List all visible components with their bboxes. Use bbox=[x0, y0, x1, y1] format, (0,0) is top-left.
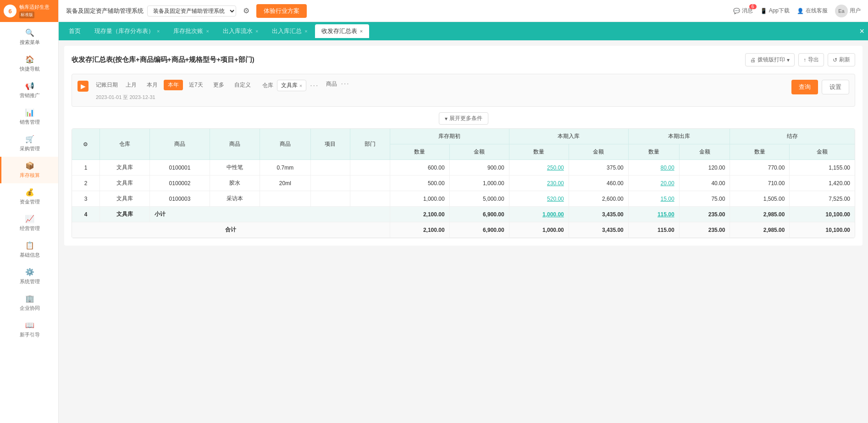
th-in-qty: 数量 bbox=[509, 144, 569, 160]
filter-bar: ▶ 记账日期 上月 本月 本年 近7天 更多 自定义 bbox=[72, 74, 855, 107]
filter-toggle[interactable]: ▶ bbox=[77, 81, 88, 92]
filter-warehouse-section: 仓库 文具库 × ··· bbox=[262, 80, 319, 91]
total-in-amt: 3,435.00 bbox=[569, 222, 628, 238]
sidebar-item-enterprise[interactable]: 🏢 企业协同 bbox=[0, 290, 58, 316]
goods-more-btn[interactable]: ··· bbox=[341, 80, 349, 88]
th-opening-amt: 金额 bbox=[449, 144, 509, 160]
sidebar-item-guide[interactable]: 📖 新手引导 bbox=[0, 316, 58, 343]
service-icon: 👤 bbox=[797, 8, 804, 14]
subtotal-in-amt: 3,435.00 bbox=[569, 207, 628, 222]
settings-button[interactable]: 设置 bbox=[822, 80, 849, 94]
subtotal-out-qty[interactable]: 115.00 bbox=[628, 207, 679, 222]
sidebar-item-label: 快捷导航 bbox=[20, 66, 40, 72]
subtotal-row: 4 文具库 小计 2,100.00 6,900.00 1,000.00 3,43… bbox=[72, 207, 855, 222]
row-dept bbox=[350, 160, 390, 176]
tab-stock-summary-label: 收发存汇总表 bbox=[321, 27, 357, 35]
row-goods-name: 采访本 bbox=[210, 191, 260, 207]
user-menu[interactable]: Ea 用户 bbox=[835, 5, 861, 17]
sidebar-item-finance[interactable]: 💰 资金管理 bbox=[0, 183, 58, 210]
row-index: 2 bbox=[72, 176, 100, 191]
sidebar-item-search[interactable]: 🔍 搜索菜单 bbox=[0, 24, 58, 50]
logo-icon: 6 bbox=[4, 5, 17, 17]
tab-stock-summary[interactable]: 收发存汇总表 × bbox=[315, 24, 369, 38]
row-balance-amt: 1,420.00 bbox=[790, 176, 855, 191]
sidebar-item-base[interactable]: 📋 基础信息 bbox=[0, 236, 58, 263]
tab-batch-ledger[interactable]: 库存批次账 × bbox=[167, 24, 215, 38]
warehouse-filter-label: 仓库 bbox=[262, 82, 273, 89]
row-out-qty[interactable]: 80.00 bbox=[628, 160, 679, 176]
total-label: 合计 bbox=[72, 222, 390, 238]
trial-button[interactable]: 体验行业方案 bbox=[256, 4, 307, 18]
sidebar-item-inventory[interactable]: 📦 库存核算 bbox=[0, 157, 58, 183]
tab-batch-ledger-close[interactable]: × bbox=[206, 28, 209, 34]
warehouse-tag-close[interactable]: × bbox=[299, 83, 302, 88]
sidebar-item-quicknav[interactable]: 🏠 快捷导航 bbox=[0, 50, 58, 77]
base-icon: 📋 bbox=[25, 241, 34, 250]
date-option-7days[interactable]: 近7天 bbox=[185, 80, 207, 90]
sidebar-item-marketing[interactable]: 📢 营销推广 bbox=[0, 77, 58, 104]
row-out-qty[interactable]: 20.00 bbox=[628, 176, 679, 191]
tab-stock-summary-close[interactable]: × bbox=[360, 28, 363, 34]
sidebar-item-sales[interactable]: 📊 销售管理 bbox=[0, 104, 58, 130]
export-button[interactable]: ↑ 导出 bbox=[798, 53, 824, 66]
app-tag: 标准版 bbox=[19, 11, 34, 18]
th-gear[interactable]: ⚙ bbox=[72, 129, 100, 160]
tab-io-flow-close[interactable]: × bbox=[255, 28, 258, 34]
subtotal-balance-amt: 10,100.00 bbox=[790, 207, 855, 222]
row-goods-name: 中性笔 bbox=[210, 160, 260, 176]
topbar-left: 装备及固定资产辅助管理系统 装备及固定资产辅助管理系统 ⚙ 体验行业方案 bbox=[66, 4, 307, 18]
total-balance-qty: 2,985.00 bbox=[730, 222, 790, 238]
system-select[interactable]: 装备及固定资产辅助管理系统 bbox=[147, 5, 236, 16]
row-opening-amt: 1,000.00 bbox=[449, 176, 509, 191]
print-chevron: ▾ bbox=[787, 57, 790, 63]
sidebar-item-operations[interactable]: 📈 经营管理 bbox=[0, 210, 58, 236]
sidebar-item-label: 营销推广 bbox=[20, 92, 40, 99]
row-warehouse: 文具库 bbox=[100, 160, 149, 176]
print-button[interactable]: 🖨 拨镜版打印 ▾ bbox=[745, 53, 795, 66]
query-button[interactable]: 查询 bbox=[791, 80, 818, 94]
date-option-more[interactable]: 更多 bbox=[209, 80, 228, 90]
gear-button[interactable]: ⚙ bbox=[240, 5, 253, 17]
row-warehouse: 文具库 bbox=[100, 191, 149, 207]
tab-io-summary-close[interactable]: × bbox=[304, 28, 307, 34]
subtotal-index: 4 bbox=[72, 207, 100, 222]
date-option-this-year[interactable]: 本年 bbox=[164, 80, 183, 90]
app-download-label: App下载 bbox=[769, 7, 790, 15]
row-in-amt: 460.00 bbox=[569, 176, 628, 191]
subtotal-opening-qty: 2,100.00 bbox=[390, 207, 449, 222]
tabbar-close[interactable]: × bbox=[859, 27, 864, 36]
row-in-qty[interactable]: 520.00 bbox=[509, 191, 569, 207]
warehouse-more-btn[interactable]: ··· bbox=[310, 82, 319, 90]
online-service-button[interactable]: 👤 在线客服 bbox=[797, 7, 828, 15]
page-inner: 收发存汇总表(按仓库+商品编码+商品+规格型号+项目+部门) 🖨 拨镜版打印 ▾… bbox=[64, 46, 862, 246]
page-title-bar: 收发存汇总表(按仓库+商品编码+商品+规格型号+项目+部门) 🖨 拨镜版打印 ▾… bbox=[72, 53, 855, 66]
subtotal-in-qty[interactable]: 1,000.00 bbox=[509, 207, 569, 222]
date-option-this-month[interactable]: 本月 bbox=[143, 80, 162, 90]
warehouse-filter-group: 仓库 文具库 × ··· bbox=[262, 80, 319, 91]
refresh-button[interactable]: ↺ 刷新 bbox=[828, 53, 855, 66]
tab-inventory-dist[interactable]: 现存量（库存分布表） × bbox=[88, 24, 166, 38]
tab-inventory-dist-close[interactable]: × bbox=[157, 28, 160, 34]
row-in-qty[interactable]: 250.00 bbox=[509, 160, 569, 176]
tab-home[interactable]: 首页 bbox=[62, 24, 87, 38]
th-out-group: 本期出库 bbox=[628, 129, 730, 144]
messages-button[interactable]: 💬 消息 6 bbox=[733, 7, 753, 15]
row-out-qty[interactable]: 15.00 bbox=[628, 191, 679, 207]
sidebar-item-label: 经营管理 bbox=[20, 225, 40, 232]
tab-io-flow[interactable]: 出入库流水 × bbox=[216, 24, 265, 38]
filter-date-section: 记账日期 上月 本月 本年 近7天 更多 自定义 2023-01-01 至 20… bbox=[96, 80, 255, 101]
date-option-last-month[interactable]: 上月 bbox=[122, 80, 141, 90]
sidebar-item-system[interactable]: ⚙️ 系统管理 bbox=[0, 263, 58, 290]
marketing-icon: 📢 bbox=[25, 82, 34, 90]
row-project bbox=[310, 160, 350, 176]
app-download-button[interactable]: 📱 App下载 bbox=[760, 7, 790, 15]
warehouse-tag-text: 文具库 bbox=[281, 82, 298, 89]
inventory-icon: 📦 bbox=[25, 161, 34, 170]
row-in-qty[interactable]: 230.00 bbox=[509, 176, 569, 191]
expand-conditions-button[interactable]: ▾ 展开更多条件 bbox=[439, 112, 488, 125]
date-option-custom[interactable]: 自定义 bbox=[230, 80, 255, 90]
data-table-wrap: ⚙ 仓库 商品 商品 商品 项目 部门 库存期初 本期入库 本期出库 结存 bbox=[72, 128, 855, 238]
tab-io-summary[interactable]: 出入库汇总 × bbox=[265, 24, 314, 38]
sidebar-item-purchase[interactable]: 🛒 采购管理 bbox=[0, 130, 58, 157]
row-index: 1 bbox=[72, 160, 100, 176]
